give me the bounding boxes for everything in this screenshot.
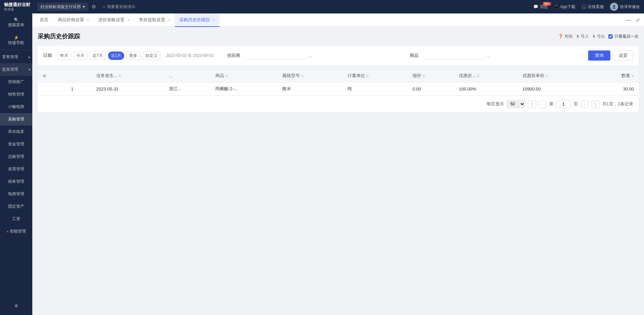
date-btn-7days[interactable]: 近7天: [90, 51, 106, 60]
per-page-select[interactable]: 20 50 100: [507, 100, 525, 108]
supplier-dots[interactable]: ...: [308, 53, 312, 58]
logo-sub: 标准版: [4, 7, 30, 11]
tab-price[interactable]: 商品价格设置 ×: [53, 13, 94, 27]
date-btn-today[interactable]: 今天: [73, 51, 87, 60]
cell-discount: 100.00%: [454, 82, 518, 96]
app-download-btn[interactable]: 📱 App下载: [554, 4, 575, 10]
tab-price-label: 商品价格设置: [58, 17, 84, 23]
sidebar-item-ledger[interactable]: 总账管理: [0, 150, 32, 163]
tab-minimize-btn[interactable]: —: [624, 16, 633, 25]
sidebar-quick-nav[interactable]: ⚡ 快捷导航: [0, 32, 32, 49]
sidebar-item-invoice[interactable]: 发票管理: [0, 163, 32, 175]
next-page-btn[interactable]: ›: [581, 100, 588, 108]
import-label: 导入: [581, 34, 589, 39]
tab-strategy[interactable]: 进价策略设置 ×: [94, 13, 134, 27]
cell-qty: 30.00: [592, 82, 639, 96]
col-pre-discount-price-label: 优惠前单价: [523, 73, 544, 79]
col-more[interactable]: ...: [164, 69, 211, 82]
tab-sale-price-close[interactable]: ×: [168, 18, 170, 22]
col-unit-label: 计量单位: [348, 73, 365, 79]
search-label: 搜索菜单: [0, 22, 32, 28]
content-area: 首页 商品价格设置 × 进价策略设置 × 售价提取设置 × 采购历史价跟踪 × …: [32, 13, 644, 315]
sidebar-item-ecommerce[interactable]: 电商管理: [0, 188, 32, 200]
col-spec[interactable]: 规格型号 ⇅: [278, 69, 343, 82]
sort-icon: ⇅: [422, 74, 425, 78]
date-buttons: 昨天 今天 近7天 近1月 更多 自定义: [57, 51, 160, 60]
sidebar-item-wholesale[interactable]: 批发管理 ▾: [0, 63, 32, 76]
sidebar-settings-btn[interactable]: ⚙: [0, 300, 32, 312]
tab-history-price[interactable]: 采购历史价跟踪 ×: [175, 13, 219, 27]
sidebar-item-finance[interactable]: 资金管理: [0, 138, 32, 150]
sidebar-item-payroll[interactable]: 工资: [0, 213, 32, 225]
message-icon-btn[interactable]: 💬 消息 99+: [533, 4, 548, 10]
table-row: 1 2023-05-31 浙江... 丙烯酸-2-... 散水 吨 0.00 1…: [38, 82, 639, 96]
sidebar-item-inventory[interactable]: 库存核算: [0, 126, 32, 138]
tab-history-price-close[interactable]: ×: [213, 18, 215, 22]
last-page-btn[interactable]: ⟫: [591, 100, 600, 108]
tab-sale-price-label: 售价提取设置: [139, 17, 165, 23]
first-page-btn[interactable]: ⟪: [528, 100, 536, 108]
goods-input[interactable]: [424, 52, 485, 60]
date-btn-1month[interactable]: 近1月: [108, 51, 124, 60]
marketing-label: 营销推广: [8, 79, 24, 84]
user-area[interactable]: 👤 徐泽华修改: [610, 3, 640, 11]
export-btn[interactable]: ⬇ 导出: [592, 34, 605, 39]
prev-page-btn[interactable]: ‹: [539, 100, 546, 108]
sidebar-search[interactable]: 🔍 搜索菜单: [0, 13, 32, 32]
date-range-text: 2023-05-02 至 2023-06-02: [166, 53, 213, 59]
pagination: 每页显示 20 50 100 ⟪ ‹ 第 页 › ⟫ 共1页，1条记录: [38, 96, 639, 112]
sidebar-item-ecommerce-small[interactable]: 小畅电商: [0, 101, 32, 113]
edition-selector[interactable]: 好业财标准版交付试用 ▾: [37, 3, 88, 11]
chevron-down-icon: ▾: [29, 68, 30, 71]
demo-link[interactable]: 我要看实例演示: [103, 4, 135, 10]
ledger-label: 总账管理: [8, 154, 24, 159]
topbar-settings-icon[interactable]: ⚙: [92, 4, 96, 10]
tab-price-close[interactable]: ×: [87, 18, 89, 22]
sidebar-item-marketing[interactable]: 营销推广: [0, 76, 32, 88]
page-input[interactable]: [556, 100, 571, 108]
filter-area: 日期 昨天 今天 近7天 近1月 更多 自定义 2023-05-02 至 202…: [38, 46, 639, 65]
col-unit[interactable]: 计量单位 ⇅: [343, 69, 408, 82]
settings-button[interactable]: 设置: [613, 50, 633, 61]
cell-unit: 吨: [343, 82, 408, 96]
gear-icon[interactable]: ⚙: [42, 73, 46, 78]
import-btn[interactable]: ⬆ 导入: [576, 34, 589, 39]
col-date[interactable]: 业务发生... ⇅: [92, 69, 164, 82]
tab-expand-btn[interactable]: ⤢: [634, 15, 641, 25]
col-gear[interactable]: ⚙: [38, 69, 66, 82]
message-badge: 99+: [543, 2, 551, 6]
sidebar-item-retail[interactable]: 零售管理 ▸: [0, 51, 32, 63]
tab-sale-price[interactable]: 售价提取设置 ×: [134, 13, 175, 27]
sidebar-item-tax[interactable]: 税务管理: [0, 175, 32, 188]
col-price[interactable]: 报价 ⇅: [408, 69, 454, 82]
only-latest-checkbox-label[interactable]: 只看最后一次: [608, 34, 639, 39]
wholesale-label: 批发管理: [2, 67, 18, 72]
sidebar-item-smart[interactable]: ●智能管理: [0, 225, 32, 238]
online-service-btn[interactable]: 🎧 在线客服: [581, 4, 604, 10]
col-qty-label: 数量: [621, 73, 630, 79]
sidebar-item-purchase[interactable]: 采购管理: [0, 113, 32, 126]
col-pre-discount-price[interactable]: 优惠前单价 ⇅: [518, 69, 592, 82]
col-goods[interactable]: 商品 ⇅: [211, 69, 278, 82]
tab-strategy-close[interactable]: ×: [127, 18, 129, 22]
sidebar-item-sales[interactable]: 销售管理: [0, 88, 32, 101]
date-btn-custom[interactable]: 自定义: [142, 51, 160, 60]
only-latest-label: 只看最后一次: [614, 34, 639, 39]
supplier-input[interactable]: [246, 52, 306, 60]
tab-home[interactable]: 首页: [35, 13, 53, 27]
date-btn-more[interactable]: 更多: [126, 51, 140, 60]
col-discount[interactable]: 优惠折... ⇅: [454, 69, 518, 82]
total-info: 共1页，1条记录: [602, 101, 633, 107]
col-qty[interactable]: 数量 ⇅: [592, 69, 639, 82]
col-goods-label: 商品: [215, 73, 224, 79]
help-btn[interactable]: ❓ 帮助: [558, 34, 573, 39]
assets-label: 固定资产: [8, 204, 24, 209]
sidebar-item-assets[interactable]: 固定资产: [0, 200, 32, 213]
goods-dots[interactable]: ...: [487, 53, 491, 58]
query-button[interactable]: 查询: [588, 50, 610, 61]
date-btn-yesterday[interactable]: 昨天: [57, 51, 71, 60]
chevron-down-icon: ▾: [83, 4, 85, 9]
payroll-label: 工资: [12, 216, 20, 221]
only-latest-checkbox[interactable]: [608, 34, 613, 39]
supplier-input-wrap: ...: [246, 52, 404, 60]
